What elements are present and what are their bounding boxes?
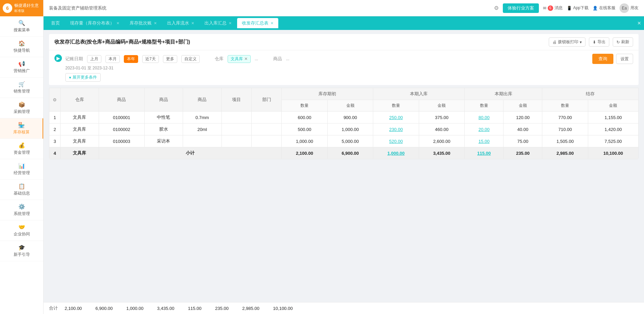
row3-out-qty[interactable]: 15.00	[465, 135, 503, 147]
tab-close-inventory-dist[interactable]: ✕	[116, 21, 119, 26]
sidebar-item-search[interactable]: 🔍 搜索菜单	[0, 16, 43, 37]
warehouse-filter-label: 仓库	[215, 56, 224, 62]
print-template-btn[interactable]: 🖨 拨锁板打印 ▾	[549, 37, 585, 47]
sidebar-item-quicknav[interactable]: 🏠 快捷导航	[0, 37, 43, 57]
sidebar-item-marketing[interactable]: 📢 营销推广	[0, 57, 43, 78]
col-out-amt-header: 金额	[503, 100, 542, 112]
row3-index: 3	[49, 135, 61, 147]
tab-inventory-dist[interactable]: 现存量（库存分布表） ✕	[65, 18, 124, 28]
inventory-icon: 🏪	[18, 122, 25, 128]
app-download-btn[interactable]: 📱 App下载	[567, 5, 589, 11]
subtotal-label: 小计	[99, 147, 282, 159]
col-dept-header: 部门	[252, 88, 282, 112]
row2-in-qty[interactable]: 230.00	[373, 123, 419, 135]
sidebar-item-purchase[interactable]: 📦 采购管理	[0, 98, 43, 118]
subtotal-open-qty: 2,100.00	[282, 147, 327, 159]
close-all-tabs-btn[interactable]: ✕	[637, 20, 641, 26]
row1-project	[221, 112, 251, 123]
table-settings-icon[interactable]: ⚙	[53, 97, 57, 102]
col-open-qty-header: 数量	[282, 100, 327, 112]
user-menu[interactable]: Ea 用友	[620, 3, 639, 13]
row2-index: 2	[49, 123, 61, 135]
row2-bal-qty: 710.00	[542, 123, 588, 135]
subtotal-out-qty[interactable]: 115.00	[465, 147, 503, 159]
col-name-header: 商品	[145, 88, 183, 112]
tab-close-inout-summary[interactable]: ✕	[229, 21, 232, 26]
data-table-wrapper: ⚙ 仓库 商品 商品 商品 项目 部门 库存期初 本期入库 本期出库 结存	[49, 88, 639, 159]
export-btn[interactable]: ⬇ 导出	[589, 37, 609, 47]
subtotal-out-amt: 235.00	[503, 147, 542, 159]
user-avatar: Ea	[620, 3, 629, 13]
main-content: 装备及固定资产辅助管理系统 ⚙ 体验行业方案 ✉ 6 消息 📱 App下载 👤 …	[44, 0, 644, 314]
refresh-icon: ↻	[616, 40, 620, 45]
tab-inout-summary[interactable]: 出入库汇总 ✕	[200, 18, 236, 28]
purchase-icon: 📦	[18, 101, 25, 108]
row3-out-amt: 75.00	[503, 135, 542, 147]
search-icon: 🔍	[18, 20, 25, 26]
date-btn-this-month[interactable]: 本月	[105, 55, 120, 63]
row1-open-qty: 600.00	[282, 112, 327, 123]
warehouse-tag-close[interactable]: ✕	[244, 56, 248, 61]
sidebar-item-inventory[interactable]: 🏪 库存核算	[0, 118, 43, 139]
row3-spec	[183, 135, 221, 147]
row1-out-qty[interactable]: 80.00	[465, 112, 503, 123]
sidebar-item-system[interactable]: ⚙️ 系统管理	[0, 200, 43, 220]
tab-close-batch-ledger[interactable]: ✕	[154, 21, 157, 26]
sidebar-item-enterprise[interactable]: 🤝 企业协同	[0, 220, 43, 241]
message-badge: 6	[548, 5, 553, 11]
row1-in-qty[interactable]: 250.00	[373, 112, 419, 123]
row1-out-amt: 120.00	[503, 112, 542, 123]
sales-icon: 🛒	[18, 81, 25, 87]
sidebar-item-newbie[interactable]: 🎓 新手引导	[0, 241, 43, 261]
subtotal-open-amt: 6,900.00	[327, 147, 373, 159]
filter-toggle-btn[interactable]: ▶	[54, 54, 62, 62]
total-in-qty: 1,000.00	[126, 306, 144, 311]
chevron-down-icon: ▾	[580, 40, 582, 45]
sidebar-item-operation[interactable]: 📊 经营管理	[0, 159, 43, 180]
sidebar-item-sales[interactable]: 🛒 销售管理	[0, 78, 43, 98]
tab-batch-ledger[interactable]: 库存批次账 ✕	[125, 18, 162, 28]
date-btn-custom[interactable]: 自定义	[181, 55, 200, 63]
row2-code: 0100002	[99, 123, 144, 135]
col-bal-amt-header: 金额	[588, 100, 638, 112]
row2-open-qty: 500.00	[282, 123, 327, 135]
row2-out-qty[interactable]: 20.00	[465, 123, 503, 135]
system-icon: ⚙️	[18, 203, 25, 210]
table-row: 3 文具库 0100003 采访本 1,000.00 5,000.00 520.…	[49, 135, 639, 147]
row2-project	[221, 123, 251, 135]
date-btn-this-year[interactable]: 本年	[124, 55, 138, 63]
online-service-btn[interactable]: 👤 在线客服	[593, 5, 615, 11]
tab-home[interactable]: 首页	[46, 18, 65, 28]
total-bal-qty: 2,985.00	[242, 306, 260, 311]
basic-icon: 📋	[18, 183, 25, 189]
settings-button[interactable]: 设置	[616, 54, 633, 64]
query-button[interactable]: 查询	[592, 54, 613, 64]
tab-receive-summary[interactable]: 收发存汇总表 ✕	[237, 18, 278, 28]
row3-in-qty[interactable]: 520.00	[373, 135, 419, 147]
sidebar-item-basic[interactable]: 📋 基础信息	[0, 180, 43, 200]
date-filter-label: 记账日期	[65, 56, 83, 62]
date-btn-last-month[interactable]: 上月	[87, 55, 101, 63]
tab-close-receive-summary[interactable]: ✕	[270, 21, 274, 26]
tab-inout-flow[interactable]: 出入库流水 ✕	[162, 18, 199, 28]
row1-bal-amt: 1,155.00	[588, 112, 638, 123]
date-btn-more[interactable]: 更多	[163, 55, 177, 63]
expand-conditions-btn[interactable]: ▾ 展开更多条件	[65, 73, 101, 82]
date-range-display: 2023-01-01 至 2023-12-31	[65, 65, 113, 71]
col-in-amt-header: 金额	[419, 100, 464, 112]
date-btn-7days[interactable]: 近7天	[142, 55, 159, 63]
message-btn[interactable]: ✉ 6 消息	[543, 5, 563, 11]
bottom-total-bar: 合计 2,100.00 6,900.00 1,000.00 3,435.00 1…	[44, 302, 644, 314]
warehouse-more-btn[interactable]: ...	[255, 56, 258, 61]
row1-in-amt: 375.00	[419, 112, 464, 123]
tab-close-inout-flow[interactable]: ✕	[191, 21, 194, 26]
topbar-settings-icon[interactable]: ⚙	[494, 5, 499, 11]
expand-icon: ▾	[69, 75, 71, 80]
row3-dept	[252, 135, 282, 147]
subtotal-in-qty[interactable]: 1,000.00	[373, 147, 419, 159]
col-open-amt-header: 金额	[327, 100, 373, 112]
trial-btn[interactable]: 体验行业方案	[503, 3, 539, 13]
sidebar-item-finance[interactable]: 💰 资金管理	[0, 139, 43, 159]
refresh-btn[interactable]: ↻ 刷新	[613, 37, 633, 47]
goods-more-btn[interactable]: ...	[286, 56, 290, 61]
